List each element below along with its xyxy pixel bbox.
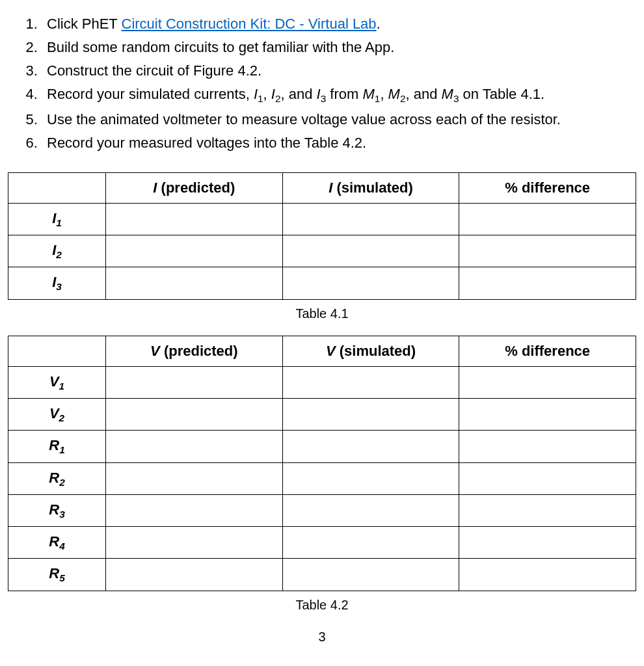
table-row: R5 bbox=[8, 559, 636, 591]
table-row: R1 bbox=[8, 431, 636, 462]
table-row: I3 bbox=[8, 267, 636, 299]
table2-corner bbox=[8, 336, 106, 366]
step-5: Use the animated voltmeter to measure vo… bbox=[42, 109, 636, 131]
table2-hdr-simulated: V (simulated) bbox=[282, 336, 459, 366]
step-6: Record your measured voltages into the T… bbox=[42, 132, 636, 154]
table2-row3-label: R1 bbox=[8, 431, 106, 462]
table1-hdr-diff: % difference bbox=[459, 172, 636, 203]
table1-corner bbox=[8, 172, 106, 203]
table1-r3-diff bbox=[459, 267, 636, 299]
table2-caption: Table 4.2 bbox=[8, 595, 636, 615]
table1-row2-label: I2 bbox=[8, 235, 106, 267]
step-1-suffix: . bbox=[377, 16, 381, 32]
table1-r1-diff bbox=[459, 203, 636, 235]
table2-hdr-diff: % difference bbox=[459, 336, 636, 366]
table2-row1-label: V1 bbox=[8, 366, 106, 398]
table2-row6-label: R4 bbox=[8, 527, 106, 559]
step-1-prefix: Click PhET bbox=[47, 16, 122, 32]
table-4-1: I (predicted) I (simulated) % difference… bbox=[8, 172, 636, 300]
table1-hdr-predicted: I (predicted) bbox=[106, 172, 283, 203]
table-row: R4 bbox=[8, 527, 636, 559]
step-2: Build some random circuits to get famili… bbox=[42, 36, 636, 59]
table1-caption: Table 4.1 bbox=[8, 304, 636, 324]
table2-hdr-predicted: V (predicted) bbox=[106, 336, 283, 366]
table1-hdr-simulated: I (simulated) bbox=[282, 172, 459, 203]
table1-r3-sim bbox=[282, 267, 459, 299]
table-row: R2 bbox=[8, 462, 636, 494]
table1-r1-sim bbox=[282, 203, 459, 235]
table-4-2: V (predicted) V (simulated) % difference… bbox=[8, 336, 636, 591]
table1-row1-label: I1 bbox=[8, 203, 106, 235]
table2-row4-label: R2 bbox=[8, 462, 106, 494]
table1-r1-pred bbox=[106, 203, 283, 235]
table-row: V2 bbox=[8, 398, 636, 430]
table1-r2-diff bbox=[459, 235, 636, 267]
table-row: I2 bbox=[8, 235, 636, 267]
table1-r2-pred bbox=[106, 235, 283, 267]
table2-row7-label: R5 bbox=[8, 559, 106, 591]
step-3: Construct the circuit of Figure 4.2. bbox=[42, 60, 636, 82]
table-row: V1 bbox=[8, 366, 636, 398]
table1-r2-sim bbox=[282, 235, 459, 267]
table1-r3-pred bbox=[106, 267, 283, 299]
step-4: Record your simulated currents, I1, I2, … bbox=[42, 83, 636, 107]
step-1: Click PhET Circuit Construction Kit: DC … bbox=[42, 13, 636, 35]
table2-row5-label: R3 bbox=[8, 494, 106, 526]
table2-row2-label: V2 bbox=[8, 398, 106, 430]
phet-link[interactable]: Circuit Construction Kit: DC - Virtual L… bbox=[122, 16, 377, 32]
table1-row3-label: I3 bbox=[8, 267, 106, 299]
table-row: I1 bbox=[8, 203, 636, 235]
page-number: 3 bbox=[8, 627, 636, 647]
instruction-list: Click PhET Circuit Construction Kit: DC … bbox=[8, 13, 636, 154]
table-row: R3 bbox=[8, 494, 636, 526]
